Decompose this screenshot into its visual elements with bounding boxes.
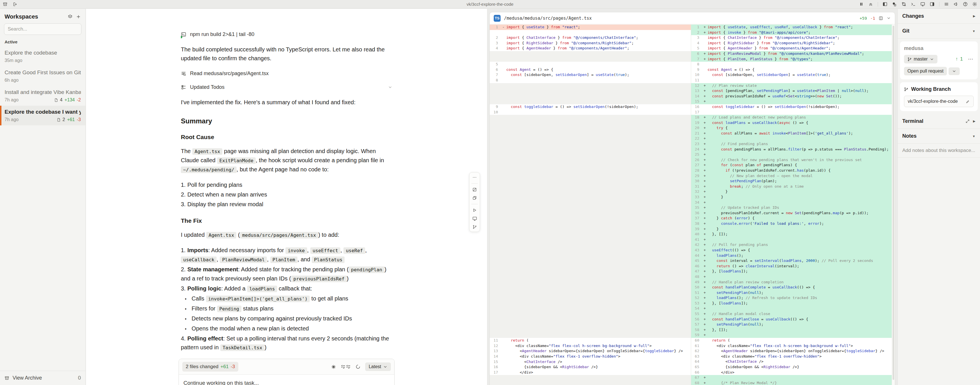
diff-line: 57+ setPendingPlan(null);: [691, 322, 892, 327]
diff-area: TS /medusa/medusa/src/pages/Agent.tsx +5…: [487, 9, 897, 385]
diff-spacer: [490, 83, 691, 104]
diff-line: 45+ const interval = setInterval(loadPla…: [691, 258, 892, 264]
version-selector[interactable]: Latest: [365, 363, 391, 371]
pause-icon[interactable]: [859, 2, 864, 6]
sign-out-icon[interactable]: [13, 2, 17, 6]
drag-handle-icon[interactable]: [472, 175, 477, 180]
diff-scrollbar[interactable]: [892, 25, 895, 385]
diff-line: 64 <ChatInterface />: [691, 359, 892, 364]
working-branch-input[interactable]: vk/3ccf-explore-the-code: [904, 95, 974, 107]
workspace-meta: 7h ago4+134-2: [5, 97, 81, 103]
open-pull-request-button[interactable]: Open pull request: [904, 67, 947, 75]
terminal-icon[interactable]: [911, 2, 916, 6]
layers-icon[interactable]: [68, 14, 73, 19]
branch-selector[interactable]: master: [904, 55, 937, 64]
chevron-down-icon[interactable]: [886, 16, 891, 20]
monitor-icon[interactable]: [472, 216, 477, 221]
copy-icon[interactable]: [472, 196, 477, 200]
workspaces-sidebar: Workspaces Search... Active Explore the …: [0, 9, 86, 385]
todos-status-icon[interactable]: [340, 364, 351, 369]
workspace-diff-stats: 2+61-3: [57, 117, 81, 122]
scrollbar-thumb[interactable]: [892, 26, 894, 380]
workspace-item[interactable]: Create Good First Issues on Github So p6…: [0, 66, 86, 86]
diff-line: 25+: [691, 152, 892, 158]
inline-code: PlanStatus: [312, 256, 345, 263]
diff-line: 3import { ChatInterface } from "@/compon…: [691, 35, 892, 41]
workspace-search-input[interactable]: Search...: [4, 24, 81, 35]
files-changed-badge[interactable]: 2 files changed +61 -3: [182, 362, 238, 372]
more-actions-button[interactable]: ⋯: [968, 56, 974, 62]
list-item: •Filters for Pending status plans: [181, 304, 392, 313]
diff-line: 10 const [sidebarOpen, setSidebarOpen] =…: [691, 72, 892, 78]
workspace-item[interactable]: Explore the codebase35m ago: [0, 46, 86, 66]
inline-code: ~/.medusa/pending/: [181, 167, 237, 173]
help-icon[interactable]: [963, 2, 968, 6]
diff-line: 24+ const pendingPlans = allPlans.filter…: [691, 147, 892, 152]
pencil-icon[interactable]: [966, 99, 970, 104]
diff-line: 18+ // Load plans and detect new pending…: [691, 115, 892, 120]
inline-code: useEffect: [310, 247, 340, 254]
diff-line: 19+ const loadPlans = useCallback(async …: [691, 120, 892, 126]
git-label: Git: [902, 28, 909, 34]
list-item: •Calls invoke<PlanItem[]>('get_all_plans…: [181, 294, 392, 303]
diff-line: 23+ // Find pending plans: [691, 142, 892, 147]
play-icon[interactable]: [472, 208, 477, 213]
ordered-list: 1.Poll for pending plans2.Detect when a …: [181, 180, 392, 209]
monitor-icon[interactable]: [920, 2, 925, 6]
read-icon: [181, 71, 186, 76]
panel-right-icon[interactable]: [930, 2, 935, 6]
workspace-time: 6h ago: [5, 78, 19, 83]
diff-line: 8: [490, 78, 691, 83]
spark-icon[interactable]: [331, 364, 336, 369]
floating-toolbar: [469, 172, 480, 232]
expand-icon[interactable]: [966, 119, 970, 123]
git-compare-icon[interactable]: [901, 2, 906, 6]
diff-line: 43+ useEffect(() => {: [691, 248, 892, 253]
gear-icon[interactable]: [972, 2, 977, 6]
workspace-item[interactable]: Explore the codebase I want you to exp7h…: [0, 106, 86, 126]
diff-line: 26+ // Check for new pending plans that …: [691, 158, 892, 163]
branch-name: master: [914, 57, 928, 62]
tool-call-row[interactable]: Updated Todos: [181, 84, 392, 90]
pr-dropdown-button[interactable]: [948, 67, 960, 75]
diff-line: 6+import { PlanReviewModal } from "@/com…: [691, 51, 892, 57]
working-branch-card: Working Branch vk/3ccf-explore-the-code: [900, 82, 978, 111]
changes-label: Changes: [902, 13, 924, 19]
diff-line: 37+ } catch (error) {: [691, 216, 892, 221]
notes-section-header[interactable]: Notes ▼: [898, 129, 980, 144]
terminal-section-header[interactable]: Terminal ▶: [898, 114, 980, 129]
diff-file-header[interactable]: TS /medusa/medusa/src/pages/Agent.tsx +5…: [490, 12, 895, 24]
git-section-header[interactable]: Git ▼: [898, 24, 980, 38]
inline-code: previousPlanIdsRef: [291, 275, 347, 282]
diff-line: 32+ }: [691, 189, 892, 194]
chevron-down-icon[interactable]: [388, 85, 392, 89]
inline-code: PlanReviewModal: [220, 256, 267, 263]
chat-paragraph: I updated Agent.tsx (medusa/src/pages/Ag…: [181, 231, 392, 240]
git-branch-icon[interactable]: [473, 225, 477, 229]
tool-call-row[interactable]: Read medusa/src/pages/Agent.tsx: [181, 70, 392, 76]
chevrons-up-icon[interactable]: [868, 2, 873, 6]
changes-section-header[interactable]: Changes ▶: [898, 9, 980, 24]
message-input[interactable]: Continue working on this task...: [179, 375, 394, 385]
inline-code: invoke<PlanItem[]>('get_all_plans'): [206, 296, 310, 302]
notes-input[interactable]: Add notes about this workspace...: [898, 144, 980, 158]
ordered-list: 1.Imports: Added necessary imports for i…: [181, 246, 392, 293]
shapes-icon[interactable]: [892, 2, 897, 6]
archive-icon[interactable]: [3, 2, 8, 6]
diff-line: 66 </div>: [691, 370, 892, 375]
diff-line: 7+import { PlanItem, PlanStatus } from "…: [691, 57, 892, 62]
add-workspace-button[interactable]: [76, 14, 81, 19]
split-view-icon[interactable]: [878, 16, 883, 21]
tool-call-row[interactable]: npm run build 2>&1 | tail -80: [181, 32, 392, 37]
megaphone-icon[interactable]: [953, 2, 958, 6]
diff-view-icon[interactable]: [472, 187, 477, 192]
panel-left-icon[interactable]: [883, 2, 888, 6]
workspace-item[interactable]: Install and integrate Vibe Kanban Web7h …: [0, 86, 86, 106]
diff-line: 3import { RightSidebar } from "@/compone…: [490, 41, 691, 46]
chevron-down-icon: ▼: [972, 135, 975, 138]
menu-icon[interactable]: [944, 2, 949, 6]
chat-heading: The Fix: [181, 217, 392, 224]
diff-line: 16 const toggleSidebar = () => setSideba…: [691, 104, 892, 110]
diff-spacer: [490, 30, 691, 35]
view-archive-button[interactable]: View Archive 0: [0, 371, 86, 385]
